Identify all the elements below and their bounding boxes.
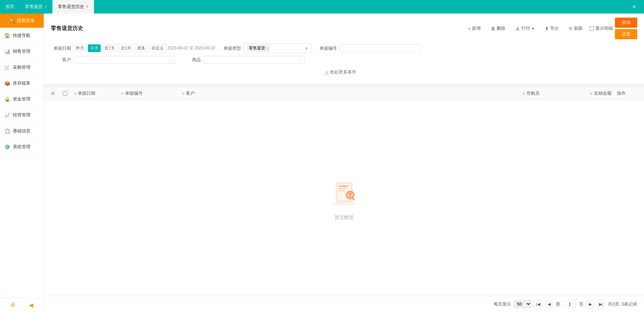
- query-button[interactable]: 查询: [615, 18, 637, 28]
- print-button[interactable]: 🖨 打印 ▼: [512, 24, 538, 33]
- page-next-btn[interactable]: ▶: [586, 300, 594, 308]
- svg-rect-4: [338, 188, 347, 189]
- empty-text: 暂无数据: [335, 215, 354, 221]
- sidebar-item-system-label: 系统管理: [13, 144, 30, 150]
- purchase-icon: 🛒: [4, 64, 10, 70]
- tab-retail-return-history-label: 零售退货历史: [58, 4, 84, 10]
- date-yesterday[interactable]: 昨天: [74, 44, 87, 52]
- th-amount[interactable]: ⇅ 实销金额: [567, 90, 614, 96]
- window-close-btn[interactable]: ×: [629, 2, 639, 12]
- setting-button[interactable]: 设置: [615, 29, 637, 39]
- tab-retail-return-history-close[interactable]: ×: [86, 4, 89, 9]
- bill-no-input[interactable]: [340, 44, 421, 52]
- select-all-checkbox[interactable]: [63, 91, 67, 96]
- sidebar-item-operations-label: 经营管理: [13, 112, 30, 118]
- sidebar-search[interactable]: 🔍 搜索菜单: [0, 14, 44, 28]
- top-bar: 首页 零售退货 × 零售退货历史 × ×: [0, 0, 644, 14]
- query-btns: 查询 设置: [615, 18, 637, 39]
- date-more[interactable]: 更多: [135, 44, 148, 52]
- goods-input-wrapper: ···: [204, 56, 305, 64]
- settings-icon: ⚙: [51, 91, 55, 96]
- billno-sort-icon: ⇅: [121, 92, 124, 95]
- print-icon: 🖨: [516, 26, 520, 31]
- page-title-bar: 零售退货历史 + 新增 🗑 删除 🖨 打印: [51, 18, 637, 39]
- goods-filter: 商品 ···: [181, 56, 305, 64]
- settings-bottom-icon[interactable]: ⚙: [10, 302, 15, 308]
- page-header: 零售退货历史 + 新增 🗑 删除 🖨 打印: [44, 14, 644, 84]
- export-label: 导出: [550, 25, 559, 31]
- date-1month[interactable]: 近1月: [119, 44, 134, 52]
- bill-type-tag-close[interactable]: ×: [266, 46, 268, 50]
- sidebar-item-finance[interactable]: 🔒 资金管理: [0, 91, 44, 107]
- date-group: 昨天 今天 近7天 近1月 更多 自定义 2023-06-02 至 2023-0…: [74, 44, 215, 52]
- filter-area: 单据日期 昨天 今天 近7天 近1月 更多 自定义 2023-06-02 至 2…: [51, 43, 637, 84]
- amount-sort-icon: ⇅: [590, 92, 593, 95]
- delete-icon: 🗑: [491, 26, 495, 31]
- per-page-select[interactable]: 50 100 200: [514, 300, 531, 308]
- sidebar-item-sales[interactable]: 📊 销售管理: [0, 44, 44, 60]
- bill-type-tag: 零售退货 ×: [247, 45, 270, 52]
- page-last-btn[interactable]: ▶|: [597, 300, 605, 308]
- total-label: 共0页, 0条记录: [608, 301, 637, 307]
- show-detail-checkbox[interactable]: [590, 26, 594, 31]
- th-date[interactable]: ⇅ 单据日期: [71, 90, 118, 96]
- filter-row-1: 单据日期 昨天 今天 近7天 近1月 更多 自定义 2023-06-02 至 2…: [51, 43, 630, 53]
- th-ops-label: 操作: [617, 90, 626, 96]
- customer-filter: 客户 ···: [51, 56, 175, 64]
- bill-no-label: 单据编号: [317, 45, 337, 51]
- th-billno-label: 单据编号: [125, 90, 143, 96]
- sidebar-item-purchase[interactable]: 🛒 采购管理: [0, 60, 44, 75]
- date-7days[interactable]: 近7天: [102, 44, 117, 52]
- th-checkbox[interactable]: [59, 91, 71, 96]
- goods-input[interactable]: [204, 56, 305, 64]
- sidebar-item-finance-label: 资金管理: [13, 96, 30, 102]
- refresh-button[interactable]: ↻ 刷新: [566, 24, 586, 33]
- th-guide[interactable]: ⇅ 导购员: [520, 90, 567, 96]
- collapse-button[interactable]: △ 收起更多条件: [321, 68, 360, 76]
- th-guide-label: 导购员: [526, 90, 540, 96]
- new-button[interactable]: + 新增: [465, 24, 484, 33]
- date-custom[interactable]: 自定义: [149, 44, 166, 52]
- search-icon: 🔍: [9, 18, 15, 23]
- show-detail-checkbox-label[interactable]: 显示明细: [590, 25, 613, 31]
- print-arrow-icon: ▼: [531, 27, 535, 30]
- page-label: 页: [579, 301, 583, 307]
- date-filter: 单据日期 昨天 今天 近7天 近1月 更多 自定义 2023-06-02 至 2…: [51, 44, 215, 52]
- tab-home[interactable]: 首页: [0, 0, 20, 14]
- page-prev-btn[interactable]: ◀: [545, 300, 553, 308]
- tab-list: 首页 零售退货 × 零售退货历史 ×: [0, 0, 629, 14]
- collapse-sidebar-icon[interactable]: ◀: [29, 302, 33, 308]
- topbar-right: ×: [629, 2, 644, 12]
- svg-point-0: [332, 202, 356, 206]
- sidebar-item-operations[interactable]: 📈 经营管理: [0, 107, 44, 123]
- tab-retail-return[interactable]: 零售退货 ×: [20, 0, 52, 14]
- page-number-input[interactable]: [563, 300, 576, 308]
- svg-rect-3: [338, 185, 349, 187]
- th-customer[interactable]: ⇅ 客户: [179, 90, 520, 96]
- customer-input[interactable]: [74, 56, 175, 64]
- th-settings[interactable]: ⚙: [47, 91, 59, 96]
- empty-state: 暂无数据: [44, 100, 644, 296]
- sidebar-item-system[interactable]: ⚙️ 系统管理: [0, 139, 44, 155]
- goods-input-dots: ···: [298, 57, 302, 63]
- show-detail-label: 显示明细: [595, 25, 613, 31]
- tab-retail-return-close[interactable]: ×: [45, 4, 47, 9]
- page-first-btn[interactable]: |◀: [534, 300, 542, 308]
- date-today[interactable]: 今天: [88, 44, 101, 52]
- svg-rect-5: [338, 190, 345, 191]
- date-range-display: 2023-06-02 至 2023-06-02: [167, 45, 215, 51]
- tab-retail-return-history[interactable]: 零售退货历史 ×: [52, 0, 94, 14]
- th-billno[interactable]: ⇅ 单据编号: [118, 90, 179, 96]
- toolbar: + 新增 🗑 删除 🖨 打印 ▼ ⬆: [465, 24, 613, 33]
- bill-type-select[interactable]: 零售退货 × ▼: [244, 43, 311, 53]
- sidebar-item-inventory[interactable]: 📦 库存核算: [0, 75, 44, 91]
- bill-type-filter: 单据类型 零售退货 × ▼: [221, 43, 311, 53]
- print-label: 打印: [521, 25, 530, 31]
- sidebar-item-basics[interactable]: 📋 基础信息: [0, 123, 44, 139]
- page-title: 零售退货历史: [51, 25, 83, 32]
- tab-retail-return-label: 零售退货: [25, 4, 43, 10]
- export-button[interactable]: ⬆ 导出: [542, 24, 562, 33]
- sidebar-item-quick-nav[interactable]: 🏠 快捷导航: [0, 28, 44, 44]
- bill-type-arrow-icon: ▼: [305, 46, 308, 50]
- delete-button[interactable]: 🗑 删除: [487, 24, 509, 33]
